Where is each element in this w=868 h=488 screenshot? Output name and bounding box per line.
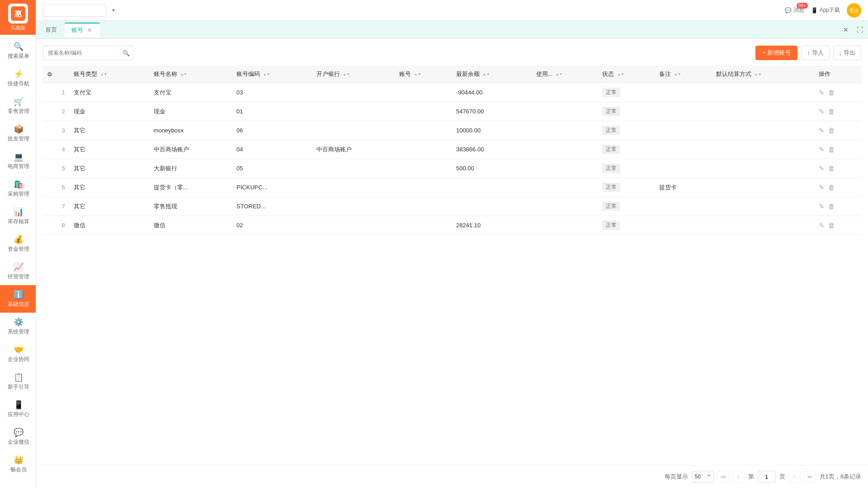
sort-balance-icon: ▲▼ bbox=[483, 73, 490, 76]
edit-icon-5[interactable]: ✎ bbox=[819, 183, 825, 192]
delete-icon-1[interactable]: 🗑 bbox=[828, 108, 835, 115]
delete-icon-2[interactable]: 🗑 bbox=[828, 127, 835, 134]
sidebar-item-basic-info[interactable]: ℹ️ 基础信息 bbox=[0, 285, 36, 313]
tab-account[interactable]: 账号 ✕ bbox=[65, 23, 100, 37]
sort-type-icon: ▲▼ bbox=[100, 73, 108, 76]
row-gear-1 bbox=[43, 102, 57, 121]
table-row: 6 其它 提货卡（零... PICKUPC... 正常 提货卡 ✎ 🗑 bbox=[43, 178, 861, 197]
col-type[interactable]: 账号类型 ▲▼ bbox=[70, 66, 150, 83]
sidebar-item-enterprise[interactable]: 🤝 企业协同 bbox=[0, 340, 36, 368]
sidebar-item-app-center-label: 应用中心 bbox=[8, 411, 29, 418]
gear-icon[interactable]: ⚙ bbox=[47, 71, 52, 78]
sidebar-item-quick-nav[interactable]: ⚡ 快捷导航 bbox=[0, 65, 36, 92]
row-gear-4 bbox=[43, 159, 57, 178]
top-search-input[interactable] bbox=[43, 4, 106, 17]
row-num-2: 3 bbox=[57, 121, 70, 140]
delete-icon-7[interactable]: 🗑 bbox=[828, 221, 835, 229]
import-button[interactable]: ↑ 导入 bbox=[801, 46, 830, 60]
last-page-btn[interactable]: ⏭ bbox=[804, 471, 816, 483]
row-balance-3: 383866.00 bbox=[453, 140, 533, 159]
accounts-table: ⚙ 账号类型 ▲▼ 账号名称 ▲▼ 账号编码 ▲▼ bbox=[43, 66, 861, 235]
delete-icon-4[interactable]: 🗑 bbox=[828, 164, 835, 172]
col-bank[interactable]: 开户银行 ▲▼ bbox=[313, 66, 396, 83]
col-name[interactable]: 账号名称 ▲▼ bbox=[150, 66, 233, 83]
search-input[interactable] bbox=[43, 46, 133, 60]
sidebar-item-guide[interactable]: 📋 新手引导 bbox=[0, 368, 36, 395]
next-page-btn[interactable]: › bbox=[789, 471, 801, 483]
tab-bar: 首页 账号 ✕ ✕ ⛶ bbox=[36, 21, 868, 39]
sidebar-item-wholesale[interactable]: 📦 批发管理 bbox=[0, 120, 36, 147]
dropdown-arrow-icon[interactable]: ▼ bbox=[111, 7, 116, 14]
sidebar-item-search[interactable]: 🔍 搜索菜单 bbox=[0, 37, 36, 65]
row-type-4: 其它 bbox=[70, 159, 150, 178]
edit-icon-7[interactable]: ✎ bbox=[819, 221, 825, 230]
app-download-button[interactable]: 📱 App下载 bbox=[811, 6, 840, 14]
message-button[interactable]: 💬 消息 99+ bbox=[785, 6, 804, 14]
delete-icon-0[interactable]: 🗑 bbox=[828, 89, 835, 96]
inventory-icon: 📊 bbox=[14, 207, 24, 217]
search-nav-icon: 🔍 bbox=[14, 42, 24, 52]
sidebar-item-retail[interactable]: 🛒 零售管理 bbox=[0, 92, 36, 120]
sidebar-item-system[interactable]: ⚙️ 系统管理 bbox=[0, 313, 36, 340]
tab-maximize-action[interactable]: ⛶ bbox=[854, 24, 866, 36]
sidebar-item-finance[interactable]: 💰 资金管理 bbox=[0, 230, 36, 258]
tab-home[interactable]: 首页 bbox=[38, 23, 64, 37]
sort-name-icon: ▲▼ bbox=[180, 73, 187, 76]
logo-icon: 惠 bbox=[8, 4, 28, 23]
add-account-button[interactable]: + 新增账号 bbox=[755, 46, 797, 60]
row-usage-4 bbox=[533, 159, 599, 178]
col-remark[interactable]: 备注 ▲▼ bbox=[656, 66, 712, 83]
per-page-select[interactable]: 50 20 100 bbox=[692, 471, 714, 483]
page-number-input[interactable] bbox=[758, 471, 776, 483]
row-type-1: 现金 bbox=[70, 102, 150, 121]
col-account-label: 账号 bbox=[399, 70, 411, 77]
row-status-0: 正常 bbox=[599, 83, 656, 102]
user-avatar[interactable]: Ea bbox=[847, 3, 861, 18]
status-badge-7: 正常 bbox=[602, 221, 620, 230]
export-button[interactable]: ↓ 导出 bbox=[833, 46, 862, 60]
col-account[interactable]: 账号 ▲▼ bbox=[396, 66, 453, 83]
row-bank-6 bbox=[313, 197, 396, 216]
first-page-btn[interactable]: ⏮ bbox=[717, 471, 729, 483]
col-balance[interactable]: 最新余额 ▲▼ bbox=[453, 66, 533, 83]
status-badge-5: 正常 bbox=[602, 183, 620, 192]
col-default-payment[interactable]: 默认结算方式 ▲▼ bbox=[712, 66, 815, 83]
col-status[interactable]: 状态 ▲▼ bbox=[599, 66, 656, 83]
page-prefix-label: 第 bbox=[748, 473, 754, 481]
tab-close-icon[interactable]: ✕ bbox=[86, 27, 93, 34]
tab-close-action[interactable]: ✕ bbox=[840, 24, 852, 36]
sidebar-item-ecommerce[interactable]: 💻 电商管理 bbox=[0, 147, 36, 175]
sidebar-item-inventory-label: 库存核算 bbox=[8, 218, 29, 225]
sidebar-item-finance-label: 资金管理 bbox=[8, 245, 29, 253]
col-usage[interactable]: 使用... ▲▼ bbox=[533, 66, 599, 83]
sidebar-item-operations[interactable]: 📈 经营管理 bbox=[0, 258, 36, 285]
edit-icon-1[interactable]: ✎ bbox=[819, 108, 825, 116]
table-row: 7 其它 零售抵现 STORED... 正常 ✎ 🗑 bbox=[43, 197, 861, 216]
sidebar-item-membership[interactable]: 👑 畅会员 bbox=[0, 450, 36, 478]
sidebar-item-app-center[interactable]: 📱 应用中心 bbox=[0, 395, 36, 423]
delete-icon-6[interactable]: 🗑 bbox=[828, 202, 835, 210]
edit-icon-0[interactable]: ✎ bbox=[819, 89, 825, 97]
edit-icon-4[interactable]: ✎ bbox=[819, 164, 825, 173]
action-col-3: ✎ 🗑 bbox=[819, 145, 858, 154]
col-actions-label: 操作 bbox=[819, 70, 830, 77]
col-default-payment-label: 默认结算方式 bbox=[716, 70, 751, 77]
edit-icon-6[interactable]: ✎ bbox=[819, 202, 825, 211]
sidebar-item-inventory[interactable]: 📊 库存核算 bbox=[0, 202, 36, 230]
row-name-3: 中百商场账户 bbox=[150, 140, 233, 159]
pagination-bar: 每页显示 50 20 100 ⏮ ‹ 第 页 › ⏭ 共1页，8条记录 bbox=[36, 465, 868, 488]
prev-page-btn[interactable]: ‹ bbox=[733, 471, 745, 483]
search-icon[interactable]: 🔍 bbox=[123, 50, 130, 56]
action-col-2: ✎ 🗑 bbox=[819, 127, 858, 135]
row-gear-3 bbox=[43, 140, 57, 159]
row-remark-3 bbox=[656, 140, 712, 159]
delete-icon-5[interactable]: 🗑 bbox=[828, 183, 835, 191]
edit-icon-2[interactable]: ✎ bbox=[819, 127, 825, 135]
col-code[interactable]: 账号编码 ▲▼ bbox=[233, 66, 313, 83]
delete-icon-3[interactable]: 🗑 bbox=[828, 145, 835, 153]
sidebar-item-wechat[interactable]: 💬 企业微信 bbox=[0, 423, 36, 450]
sort-code-icon: ▲▼ bbox=[263, 73, 270, 76]
edit-icon-3[interactable]: ✎ bbox=[819, 145, 825, 154]
sidebar-item-purchase[interactable]: 🛍️ 采购管理 bbox=[0, 175, 36, 202]
row-actions-1: ✎ 🗑 bbox=[815, 102, 861, 121]
